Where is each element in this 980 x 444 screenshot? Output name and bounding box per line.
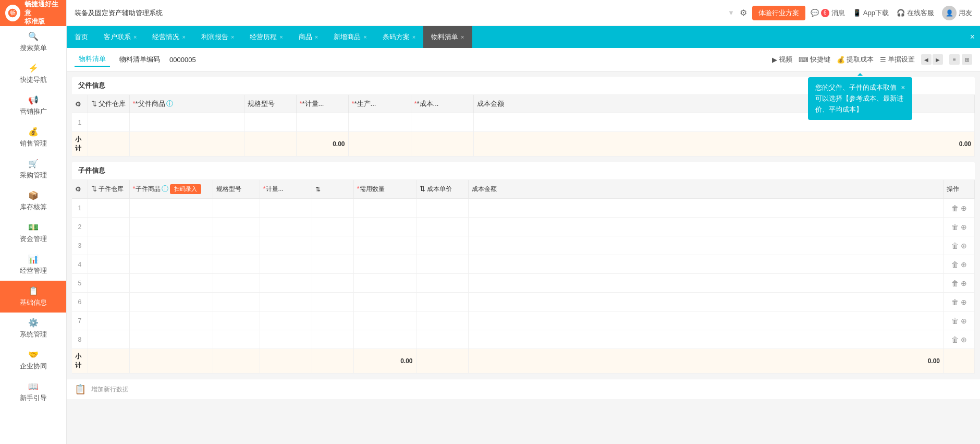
parent-spec-cell[interactable] (244, 113, 296, 132)
copy-icon[interactable]: ⊕ (961, 298, 967, 306)
child-col-gear[interactable]: ⚙ (72, 180, 88, 199)
sidebar-item-collab[interactable]: 🤝 企业协同 (0, 344, 66, 376)
sidebar-item-quicknav[interactable]: ⚡ 快捷导航 (0, 58, 66, 90)
child-goods-5[interactable] (129, 274, 213, 293)
child-needed-qty-7[interactable] (353, 311, 416, 330)
child-warehouse-7[interactable] (88, 311, 129, 330)
child-goods-7[interactable] (129, 311, 213, 330)
tab-barcode[interactable]: 条码方案 × (375, 26, 423, 48)
child-unit-cost-3[interactable] (416, 236, 468, 255)
copy-icon[interactable]: ⊕ (961, 279, 967, 287)
delete-icon[interactable]: 🗑 (951, 317, 959, 325)
delete-icon[interactable]: 🗑 (951, 223, 959, 231)
child-spec-8[interactable] (213, 330, 260, 349)
child-amount-1[interactable] (468, 199, 944, 218)
child-unit-7[interactable] (260, 311, 312, 330)
sidebar-item-operations[interactable]: 📊 经营管理 (0, 249, 66, 281)
child-unit-8[interactable] (260, 330, 312, 349)
settings-gear-icon[interactable]: ⚙ (740, 8, 747, 18)
child-needed-qty-2[interactable] (353, 218, 416, 236)
sidebar-item-purchase[interactable]: 🛒 采购管理 (0, 153, 66, 185)
close-icon[interactable]: × (231, 34, 234, 40)
add-row-icon[interactable]: 📋 (75, 383, 86, 395)
child-needed-qty-4[interactable] (353, 255, 416, 274)
tooltip-close-button[interactable]: × (901, 82, 905, 93)
sidebar-item-sales[interactable]: 💰 销售管理 (0, 122, 66, 153)
close-icon[interactable]: × (315, 34, 318, 40)
tab-operations[interactable]: 经营情况 × (144, 26, 193, 48)
child-goods-1[interactable] (129, 199, 213, 218)
info-icon[interactable]: ⓘ (166, 100, 173, 107)
delete-icon[interactable]: 🗑 (951, 260, 959, 269)
child-goods-4[interactable] (129, 255, 213, 274)
child-spec-3[interactable] (213, 236, 260, 255)
child-warehouse-8[interactable] (88, 330, 129, 349)
child-amount-7[interactable] (468, 311, 944, 330)
tab-history[interactable]: 经营历程 × (242, 26, 290, 48)
child-spec-2[interactable] (213, 218, 260, 236)
child-unit-cost-6[interactable] (416, 293, 468, 311)
copy-icon[interactable]: ⊕ (961, 317, 967, 325)
child-goods-6[interactable] (129, 293, 213, 311)
child-warehouse-5[interactable] (88, 274, 129, 293)
child-amount-3[interactable] (468, 236, 944, 255)
child-needed-qty-5[interactable] (353, 274, 416, 293)
close-icon[interactable]: × (279, 34, 283, 40)
child-warehouse-4[interactable] (88, 255, 129, 274)
child-unit-cost-4[interactable] (416, 255, 468, 274)
online-service-item[interactable]: 🎧 在线客服 (897, 8, 934, 18)
close-icon[interactable]: × (363, 34, 366, 40)
child-goods-3[interactable] (129, 236, 213, 255)
child-needed-qty-3[interactable] (353, 236, 416, 255)
child-unit-cost-8[interactable] (416, 330, 468, 349)
child-spec-5[interactable] (213, 274, 260, 293)
sidebar-item-system[interactable]: ⚙️ 系统管理 (0, 313, 66, 344)
delete-icon[interactable]: 🗑 (951, 242, 959, 250)
close-icon[interactable]: × (182, 34, 185, 40)
sidebar-item-guide[interactable]: 📖 新手引导 (0, 376, 66, 408)
child-goods-2[interactable] (129, 218, 213, 236)
close-icon[interactable]: × (133, 34, 137, 40)
sidebar-item-inventory[interactable]: 📦 库存核算 (0, 185, 66, 217)
child-unit-3[interactable] (260, 236, 312, 255)
child-unit-cost-2[interactable] (416, 218, 468, 236)
tab-goods[interactable]: 商品 × (291, 26, 326, 48)
parent-production-cell[interactable] (348, 113, 411, 132)
child-unit-cost-1[interactable] (416, 199, 468, 218)
delete-icon[interactable]: 🗑 (951, 204, 959, 212)
shortcut-button[interactable]: ⌨ 快捷键 (799, 55, 830, 64)
child-needed-qty-1[interactable] (353, 199, 416, 218)
parent-cost-cell[interactable] (411, 113, 473, 132)
col-gear[interactable]: ⚙ (72, 95, 88, 113)
copy-icon[interactable]: ⊕ (961, 223, 967, 231)
copy-icon[interactable]: ⊕ (961, 335, 967, 344)
child-unit-cost-7[interactable] (416, 311, 468, 330)
child-needed-qty-6[interactable] (353, 293, 416, 311)
child-warehouse-2[interactable] (88, 218, 129, 236)
child-unit-5[interactable] (260, 274, 312, 293)
child-spec-6[interactable] (213, 293, 260, 311)
view-button[interactable]: ▶ 视频 (772, 55, 792, 64)
copy-icon[interactable]: ⊕ (961, 242, 967, 250)
child-unit-6[interactable] (260, 293, 312, 311)
child-amount-4[interactable] (468, 255, 944, 274)
notifications-item[interactable]: 💬 6 消息 (811, 8, 845, 18)
tab-profit[interactable]: 利润报告 × (193, 26, 242, 48)
tab-customer[interactable]: 客户联系 × (96, 26, 144, 48)
child-amount-6[interactable] (468, 293, 944, 311)
user-item[interactable]: 👤 用友 (942, 6, 972, 20)
trial-button[interactable]: 体验行业方案 (752, 6, 805, 20)
extract-cost-button[interactable]: 💰 提取成本 (837, 55, 874, 64)
tab-home[interactable]: 首页 (67, 26, 96, 48)
sidebar-item-basic-info[interactable]: 📋 基础信息 (0, 281, 66, 313)
tab-new-goods[interactable]: 新增商品 × (326, 26, 374, 48)
close-icon[interactable]: × (412, 34, 415, 40)
close-icon[interactable]: × (461, 34, 464, 40)
sub-tab-bom-code[interactable]: 物料清单编码 (115, 53, 164, 66)
child-goods-8[interactable] (129, 330, 213, 349)
child-unit-4[interactable] (260, 255, 312, 274)
scan-button[interactable]: 扫码录入 (170, 184, 201, 194)
sidebar-item-marketing[interactable]: 📢 营销推广 (0, 90, 66, 122)
delete-icon[interactable]: 🗑 (951, 298, 959, 306)
prev-arrow[interactable]: ◀ (921, 54, 932, 65)
